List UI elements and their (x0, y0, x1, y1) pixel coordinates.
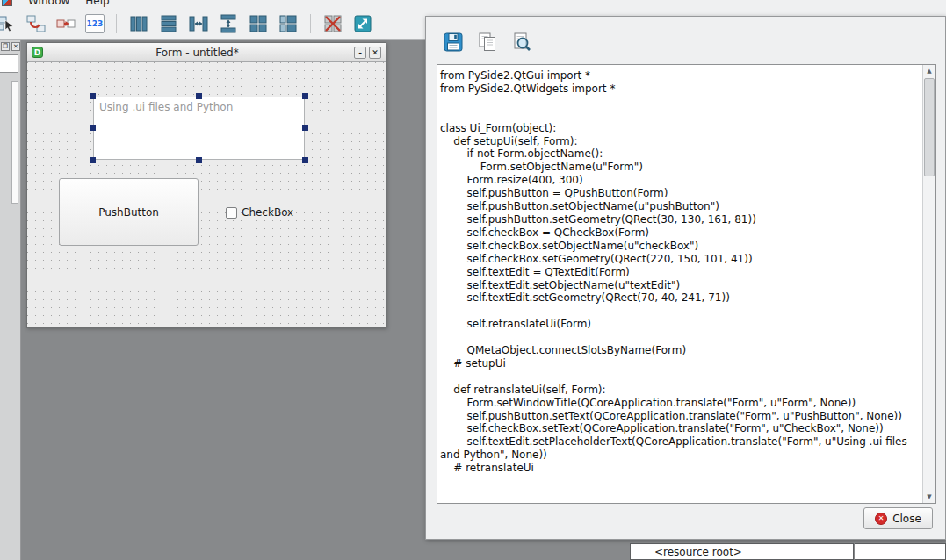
save-icon[interactable] (441, 30, 466, 54)
close-circle-icon: ✕ (875, 513, 887, 525)
selection-handle[interactable] (302, 125, 308, 131)
selection-handle[interactable] (302, 93, 308, 99)
edit-widgets-icon[interactable] (0, 13, 17, 34)
dock-close-icon[interactable]: ✕ (11, 42, 20, 51)
form-editor-window: D Form - untitled* - ✕ Using .ui files a… (26, 42, 386, 328)
menu-window[interactable]: Window (28, 0, 69, 7)
textedit-placeholder[interactable]: Using .ui files and Python (93, 97, 305, 160)
menu-help[interactable]: Help (85, 0, 109, 7)
selection-handle[interactable] (196, 93, 202, 99)
dock-scrollbar[interactable] (11, 81, 18, 204)
form-canvas[interactable]: Using .ui files and Python PushButton Ch… (27, 62, 386, 327)
scrollbar-thumb[interactable] (924, 78, 935, 176)
close-button[interactable]: ✕ (369, 47, 381, 59)
toolbar-separator (116, 14, 117, 33)
scroll-up-icon[interactable]: ▲ (923, 65, 935, 77)
checkbox-widget[interactable]: CheckBox (226, 201, 314, 224)
code-preview-dialog: from PySide2.QtGui import * from PySide2… (425, 16, 946, 540)
python-code-text[interactable]: from PySide2.QtGui import * from PySide2… (437, 65, 922, 503)
main-toolbar: 123 (0, 10, 373, 38)
widget-box-dock: ❐ ✕ (0, 40, 21, 560)
qt-designer-screen: Window Help 123 (0, 0, 946, 560)
pushbutton-widget[interactable]: PushButton (59, 178, 199, 246)
scroll-down-icon[interactable]: ▼ (923, 491, 935, 503)
close-button-label: Close (892, 513, 921, 525)
adjust-size-icon[interactable] (352, 13, 373, 34)
break-layout-icon[interactable] (322, 13, 343, 34)
selection-handle[interactable] (90, 157, 96, 163)
textedit-widget-selected[interactable]: Using .ui files and Python (93, 97, 305, 160)
form-window-titlebar[interactable]: D Form - untitled* - ✕ (27, 43, 386, 62)
widget-filter-input[interactable] (0, 54, 18, 73)
tab-order-glyph: 123 (87, 19, 104, 28)
resource-browser-root-item[interactable]: <resource root> (630, 543, 854, 560)
close-dialog-button[interactable]: ✕ Close (863, 507, 933, 529)
code-view: from PySide2.QtGui import * from PySide2… (437, 64, 936, 504)
selection-handle[interactable] (90, 125, 96, 131)
checkbox-label: CheckBox (242, 206, 293, 219)
edit-signals-slots-icon[interactable] (25, 13, 47, 34)
layout-horizontal-splitter-icon[interactable] (188, 13, 209, 34)
checkbox-indicator[interactable] (226, 207, 237, 219)
find-icon[interactable] (509, 30, 534, 54)
layout-vertical-icon[interactable] (158, 13, 179, 34)
menubar: Window Help (0, 0, 946, 8)
selection-handle[interactable] (302, 157, 308, 163)
minimize-button[interactable]: - (354, 47, 366, 59)
edit-tab-order-icon[interactable]: 123 (85, 14, 105, 33)
selection-handle[interactable] (196, 157, 202, 163)
form-window-title: Form - untitled* (43, 47, 351, 59)
selection-handle[interactable] (90, 93, 96, 99)
edit-buddies-icon[interactable] (55, 13, 76, 34)
layout-form-icon[interactable] (278, 13, 299, 34)
dock-float-icon[interactable]: ❐ (1, 42, 10, 51)
app-icon (2, 0, 12, 6)
code-scrollbar[interactable]: ▲ ▼ (922, 65, 935, 503)
layout-grid-icon[interactable] (248, 13, 269, 34)
form-file-icon: D (32, 47, 43, 58)
code-dialog-toolbar (441, 30, 534, 54)
resource-browser-side-panel (855, 543, 946, 560)
toolbar-separator (310, 14, 311, 33)
layout-vertical-splitter-icon[interactable] (218, 13, 239, 34)
layout-horizontal-icon[interactable] (128, 13, 149, 34)
copy-icon[interactable] (475, 30, 500, 54)
resource-root-label: <resource root> (654, 546, 742, 558)
